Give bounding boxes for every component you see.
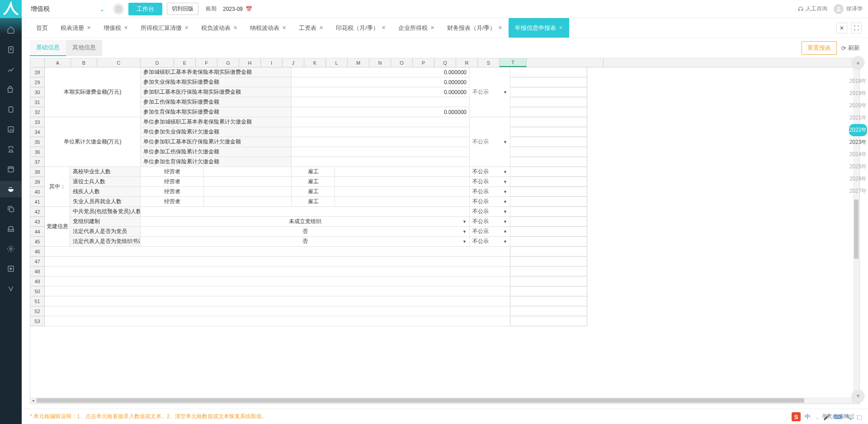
col-header-J[interactable]: J: [283, 58, 304, 67]
cell[interactable]: [45, 267, 510, 276]
cell[interactable]: [292, 97, 470, 107]
cell[interactable]: 高校毕业生人数: [70, 167, 141, 177]
cell[interactable]: 失业人员再就业人数: [70, 197, 141, 207]
cell[interactable]: [292, 157, 470, 167]
col-header-H[interactable]: H: [239, 58, 261, 67]
consult-link[interactable]: 人工咨询: [797, 5, 827, 13]
cell[interactable]: 参加职工基本医疗保险本期实际缴费金额: [141, 87, 292, 97]
col-header-A[interactable]: A: [45, 58, 71, 67]
tab-10[interactable]: 年报信息申报表✕: [509, 18, 569, 38]
cell[interactable]: [45, 306, 510, 316]
cell[interactable]: 单位参加工伤保险累计欠缴金额: [141, 147, 292, 157]
row-header[interactable]: 37: [30, 157, 45, 167]
year-option[interactable]: 2020年: [849, 100, 867, 112]
year-option[interactable]: 2025年: [849, 161, 867, 173]
year-rail-up-button[interactable]: ▲: [852, 56, 864, 69]
cell[interactable]: [204, 177, 292, 187]
col-header-B[interactable]: B: [71, 58, 97, 67]
row-header[interactable]: 45: [30, 237, 45, 247]
nav-calendar-icon[interactable]: [0, 161, 22, 177]
cell[interactable]: 不公示▼: [470, 217, 510, 227]
cell[interactable]: [45, 257, 510, 267]
cell[interactable]: 经营者: [141, 187, 204, 197]
tab-close-icon[interactable]: ✕: [233, 25, 237, 31]
workbench-button[interactable]: 工作台: [128, 3, 162, 15]
user-menu[interactable]: 徐泽华: [834, 4, 863, 14]
cell[interactable]: 单位参加职工基本医疗保险累计欠缴金额: [141, 137, 292, 147]
nav-inbox-icon[interactable]: [0, 221, 22, 237]
module-select[interactable]: 增值税 ⌄: [27, 3, 108, 15]
cell[interactable]: 不公示▼: [470, 177, 510, 187]
cell[interactable]: 未成立党组织▼: [141, 217, 470, 227]
cell[interactable]: [204, 197, 292, 207]
tab-2[interactable]: 增值税✕: [97, 18, 134, 38]
tab-close-icon[interactable]: ✕: [282, 25, 286, 31]
year-option[interactable]: 2024年: [849, 148, 867, 161]
tab-9[interactable]: 财务报表（月/季）✕: [441, 18, 509, 38]
col-header-S[interactable]: S: [478, 58, 500, 67]
nav-report-icon[interactable]: [0, 121, 22, 138]
cell[interactable]: 否▼: [141, 237, 470, 247]
ime-keyboard-icon[interactable]: ⌨: [834, 414, 842, 420]
cell[interactable]: 0.000000: [292, 77, 470, 87]
ime-punct[interactable]: ，: [814, 413, 820, 421]
col-header-G[interactable]: G: [217, 58, 239, 67]
tab-7[interactable]: 印花税（月/季）✕: [330, 18, 392, 38]
row-header[interactable]: 29: [30, 77, 45, 87]
row-header[interactable]: 38: [30, 167, 45, 177]
col-header-M[interactable]: M: [348, 58, 369, 67]
tab-close-icon[interactable]: ✕: [382, 25, 386, 31]
cell[interactable]: 参加工伤保险本期实际缴费金额: [141, 97, 292, 107]
cell[interactable]: 不公示▼: [470, 187, 510, 197]
row-header[interactable]: 42: [30, 207, 45, 217]
tab-0[interactable]: 首页: [30, 18, 54, 38]
horizontal-scrollbar[interactable]: ◂ ▸: [30, 397, 859, 404]
cell[interactable]: 残疾人人数: [70, 187, 141, 197]
tab-close-all-button[interactable]: ✕: [836, 23, 847, 33]
cell[interactable]: 0.000000: [292, 87, 470, 97]
col-header-T[interactable]: T: [500, 58, 527, 67]
subtab-other-info[interactable]: 其他信息: [66, 40, 102, 56]
col-header-N[interactable]: N: [369, 58, 391, 67]
col-header-R[interactable]: R: [456, 58, 478, 67]
row-header[interactable]: 43: [30, 217, 45, 227]
cell[interactable]: 中共党员(包括预备党员)人数: [70, 207, 141, 217]
cell[interactable]: [292, 147, 470, 157]
nav-chart-icon[interactable]: [0, 62, 22, 78]
tab-close-icon[interactable]: ✕: [124, 25, 128, 31]
year-option[interactable]: 2021年: [849, 112, 867, 124]
cell[interactable]: [45, 286, 510, 296]
tab-close-icon[interactable]: ✕: [184, 25, 189, 31]
row-header[interactable]: 36: [30, 147, 45, 157]
cell[interactable]: 经营者: [141, 177, 204, 187]
ime-grid-icon[interactable]: ⬚: [855, 414, 863, 420]
disclose-cell[interactable]: 不公示▼: [470, 117, 510, 167]
year-option[interactable]: 2019年: [849, 87, 867, 100]
cell[interactable]: 参加生育保险本期实际缴费金额: [141, 107, 292, 117]
ime-lang[interactable]: 中: [803, 413, 811, 421]
cell[interactable]: [292, 137, 470, 147]
tab-close-icon[interactable]: ✕: [498, 25, 502, 31]
year-option[interactable]: 2026年: [849, 173, 867, 185]
ime-tool-icon[interactable]: 🔧: [844, 414, 853, 420]
col-header-C[interactable]: C: [97, 58, 141, 67]
subtab-basic-info[interactable]: 基础信息: [30, 40, 66, 56]
cell[interactable]: 不公示▼: [470, 227, 510, 237]
cell[interactable]: 党组织建制: [70, 217, 141, 227]
tab-5[interactable]: 纳税波动表✕: [244, 18, 292, 38]
tab-3[interactable]: 所得税汇算清缴✕: [134, 18, 195, 38]
col-header-K[interactable]: K: [304, 58, 326, 67]
col-header-O[interactable]: O: [391, 58, 413, 67]
tab-8[interactable]: 企业所得税✕: [392, 18, 441, 38]
cell[interactable]: [45, 247, 510, 257]
row-header[interactable]: 32: [30, 107, 45, 117]
cell[interactable]: [292, 117, 470, 127]
row-header[interactable]: 51: [30, 296, 45, 306]
row-header[interactable]: 47: [30, 257, 45, 267]
cell[interactable]: 经营者: [141, 197, 204, 207]
cell[interactable]: 不公示▼: [470, 207, 510, 217]
col-header-P[interactable]: P: [413, 58, 434, 67]
cell[interactable]: [335, 177, 470, 187]
row-header[interactable]: 48: [30, 267, 45, 276]
cell[interactable]: 经营者: [141, 167, 204, 177]
